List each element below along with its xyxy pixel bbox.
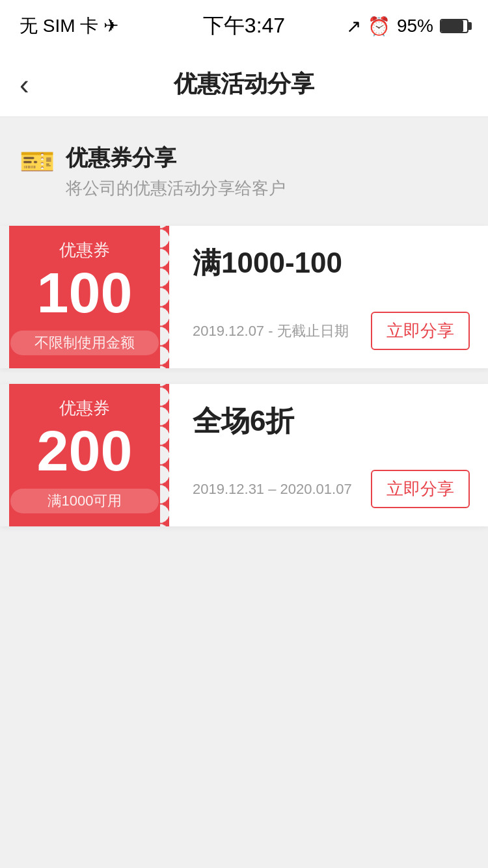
coupon-amount-2: 200 [37,422,133,480]
section-header: 🎫 优惠券分享 将公司的优惠活动分享给客户 [0,117,488,213]
coupon-label-2: 优惠券 [59,397,110,420]
coupon-left-2: 优惠券 200 满1000可用 [0,384,169,526]
share-button-2[interactable]: 立即分享 [371,470,470,508]
coupon-section-icon: 🎫 [20,144,55,178]
coupon-meta-1: 2019.12.07 - 无截止日期 立即分享 [193,312,470,350]
coupon-card-2: 优惠券 200 满1000可用 全场6折 2019.12.31 – 2020.0… [0,384,488,526]
coupon-name-2: 全场6折 [193,402,470,441]
location-icon: ↗ [346,16,361,37]
section-subtitle: 将公司的优惠活动分享给客户 [66,177,286,200]
battery-icon [440,19,468,33]
coupon-amount-1: 100 [37,264,133,321]
status-right: ↗ ⏰ 95% [346,16,468,37]
coupon-left-1: 优惠券 100 不限制使用金额 [0,226,169,368]
page-title: 优惠活动分享 [174,68,314,100]
coupon-label-1: 优惠券 [59,239,110,262]
nav-bar: ‹ 优惠活动分享 [0,52,488,117]
coupon-right-2: 全场6折 2019.12.31 – 2020.01.07 立即分享 [169,384,488,526]
coupon-name-1: 满1000-100 [193,244,470,282]
section-text: 优惠券分享 将公司的优惠活动分享给客户 [66,143,286,200]
section-title: 优惠券分享 [66,143,286,173]
status-time: 下午3:47 [203,12,285,40]
battery-percent: 95% [397,16,433,36]
coupon-right-1: 满1000-100 2019.12.07 - 无截止日期 立即分享 [169,226,488,368]
coupon-condition-2: 满1000可用 [10,489,159,513]
coupon-card-1: 优惠券 100 不限制使用金额 满1000-100 2019.12.07 - 无… [0,226,488,368]
alarm-icon: ⏰ [368,16,390,37]
carrier-text: 无 SIM 卡 ✈ [20,14,118,38]
coupon-list: 优惠券 100 不限制使用金额 满1000-100 2019.12.07 - 无… [0,213,488,552]
status-left: 无 SIM 卡 ✈ [20,14,118,38]
coupon-condition-1: 不限制使用金额 [10,331,159,355]
back-button[interactable]: ‹ [20,70,29,99]
coupon-date-2: 2019.12.31 – 2020.01.07 [193,481,352,498]
coupon-date-1: 2019.12.07 - 无截止日期 [193,321,349,341]
bottom-area [0,552,488,813]
coupon-meta-2: 2019.12.31 – 2020.01.07 立即分享 [193,470,470,508]
share-button-1[interactable]: 立即分享 [371,312,470,350]
status-bar: 无 SIM 卡 ✈ 下午3:47 ↗ ⏰ 95% [0,0,488,52]
